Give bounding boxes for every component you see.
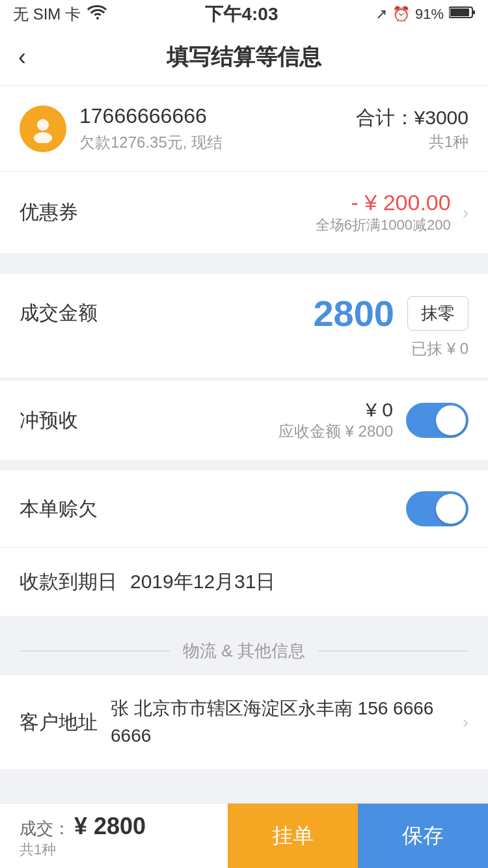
svg-point-3: [37, 119, 49, 131]
total-amount: 合计：¥3000: [356, 105, 468, 131]
prepay-toggle[interactable]: [406, 403, 468, 438]
nav-title: 填写结算等信息: [167, 42, 321, 72]
prepay-right: ¥ 0 应收金额 ¥ 2800: [278, 399, 468, 442]
svg-point-4: [34, 132, 52, 143]
coupon-desc: 全场6折满1000减200: [316, 215, 451, 235]
hang-button[interactable]: 挂单: [228, 804, 358, 868]
separator-3: [0, 616, 488, 627]
separator-2: [0, 460, 488, 470]
credit-row: 本单赊欠: [0, 470, 488, 547]
address-row[interactable]: 客户地址 张 北京市市辖区海淀区永丰南 156 6666 6666 ›: [0, 675, 488, 769]
coupon-info: - ¥ 200.00 全场6折满1000减200: [316, 190, 451, 235]
wifi-icon: [87, 5, 108, 23]
due-date-row: 收款到期日 2019年12月31日: [0, 547, 488, 616]
logistics-header: 物流 & 其他信息: [0, 627, 488, 675]
save-button[interactable]: 保存: [358, 804, 488, 868]
alarm-icon: ⏰: [392, 6, 410, 23]
customer-right: 合计：¥3000 共1种: [356, 105, 468, 152]
svg-rect-2: [473, 10, 475, 14]
deal-amount-section: 成交金额 2800 抹零 已抹 ¥ 0: [0, 274, 488, 377]
coupon-right: - ¥ 200.00 全场6折满1000减200 ›: [316, 190, 468, 235]
battery-icon: [449, 6, 475, 23]
coupon-label: 优惠券: [20, 199, 78, 226]
logistics-line-left: [20, 651, 170, 651]
deal-amount-row: 成交金额 2800 抹零: [20, 292, 468, 334]
carrier-text: 无 SIM 卡: [13, 4, 81, 25]
prepay-value-area: ¥ 0 应收金额 ¥ 2800: [278, 399, 393, 442]
avatar: [20, 105, 66, 152]
logistics-title: 物流 & 其他信息: [183, 640, 305, 662]
bottom-bar: 成交： ¥ 2800 共1种 挂单 保存: [0, 803, 488, 868]
deal-amount-area: 2800 抹零: [313, 292, 468, 334]
deal-amount-value: 2800: [313, 292, 394, 334]
status-time: 下午4:03: [205, 2, 278, 27]
credit-toggle[interactable]: [406, 491, 468, 526]
address-label: 客户地址: [20, 709, 98, 736]
coupon-row[interactable]: 优惠券 - ¥ 200.00 全场6折满1000减200 ›: [0, 171, 488, 253]
bottom-deal-row: 成交： ¥ 2800: [20, 813, 208, 840]
separator-1: [0, 264, 488, 274]
round-zero-button[interactable]: 抹零: [407, 296, 468, 331]
customer-debt: 欠款1276.35元, 现结: [79, 132, 223, 153]
customer-info: 17666666666 欠款1276.35元, 现结: [79, 104, 223, 153]
prepay-label: 冲预收: [20, 407, 78, 434]
due-date-value: 2019年12月31日: [130, 569, 275, 595]
prepay-row: 冲预收 ¥ 0 应收金额 ¥ 2800: [0, 380, 488, 460]
back-button[interactable]: ‹: [18, 44, 26, 71]
prepay-desc: 应收金额 ¥ 2800: [278, 421, 393, 442]
bottom-count: 共1种: [20, 840, 208, 860]
battery-text: 91%: [415, 6, 444, 23]
logistics-line-right: [318, 651, 468, 651]
customer-left: 17666666666 欠款1276.35元, 现结: [20, 104, 223, 153]
credit-label: 本单赊欠: [20, 496, 98, 522]
nav-bar: ‹ 填写结算等信息: [0, 29, 488, 86]
svg-rect-1: [450, 8, 469, 16]
address-value: 张 北京市市辖区海淀区永丰南 156 6666 6666: [111, 695, 444, 750]
status-right: ↗ ⏰ 91%: [375, 6, 475, 23]
deal-amount-label: 成交金额: [20, 300, 98, 327]
chevron-right-icon: ›: [463, 202, 468, 223]
customer-phone: 17666666666: [79, 104, 223, 128]
due-date-label: 收款到期日: [20, 569, 117, 595]
customer-info-card: 17666666666 欠款1276.35元, 现结 合计：¥3000 共1种 …: [0, 86, 488, 253]
bottom-amount: ¥ 2800: [74, 813, 146, 840]
status-left: 无 SIM 卡: [13, 4, 108, 25]
address-chevron-icon: ›: [463, 712, 468, 733]
bottom-deal-label: 成交：: [20, 817, 70, 840]
customer-row: 17666666666 欠款1276.35元, 现结 合计：¥3000 共1种: [0, 86, 488, 171]
bottom-info: 成交： ¥ 2800 共1种: [0, 804, 228, 868]
total-count: 共1种: [356, 131, 468, 152]
coupon-value: - ¥ 200.00: [316, 190, 451, 215]
location-icon: ↗: [375, 6, 387, 23]
prepay-amount: ¥ 0: [278, 399, 393, 421]
status-bar: 无 SIM 卡 下午4:03 ↗ ⏰ 91%: [0, 0, 488, 29]
deal-already-text: 已抹 ¥ 0: [20, 338, 468, 359]
